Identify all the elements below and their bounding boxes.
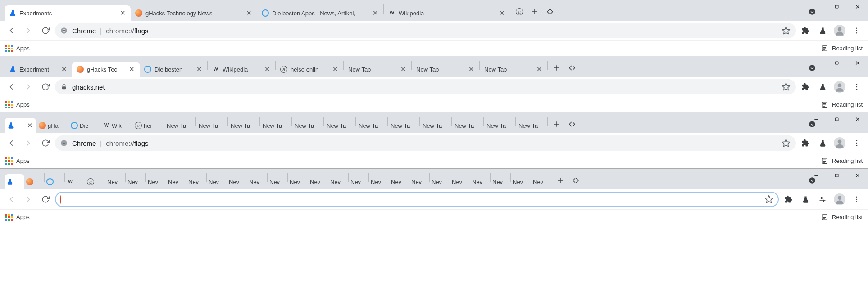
browser-tab[interactable]: Nev: [268, 174, 287, 189]
reading-list-button[interactable]: Reading list: [821, 101, 863, 108]
browser-tab[interactable]: Nev: [186, 174, 206, 189]
tab-close-button[interactable]: ✕: [264, 66, 271, 73]
browser-tab[interactable]: New Ta: [516, 118, 547, 133]
site-info-icon[interactable]: [60, 196, 61, 203]
window-minimize-button[interactable]: [806, 56, 827, 70]
browser-tab[interactable]: Nev: [389, 174, 409, 189]
browser-tab[interactable]: Nev: [491, 174, 510, 189]
heise-pinned-icon[interactable]: a: [513, 5, 526, 18]
window-maximize-button[interactable]: [827, 112, 847, 126]
tab-search-button[interactable]: [544, 5, 556, 18]
tab-close-button[interactable]: ✕: [468, 66, 475, 73]
browser-tab[interactable]: Nev: [105, 174, 125, 189]
browser-tab[interactable]: Nev: [126, 174, 145, 189]
browser-tab[interactable]: gHacks Tec✕: [72, 62, 140, 77]
reload-button[interactable]: [38, 135, 53, 151]
browser-tab[interactable]: New Ta: [388, 118, 419, 133]
browser-tab[interactable]: Nev: [369, 174, 389, 189]
browser-tab[interactable]: New Ta: [452, 118, 483, 133]
address-bar[interactable]: [55, 192, 779, 207]
extensions-button[interactable]: [798, 135, 813, 151]
browser-tab[interactable]: Nev: [247, 174, 267, 189]
browser-tab[interactable]: Die: [68, 118, 100, 133]
site-info-icon[interactable]: [60, 27, 68, 34]
browser-tab[interactable]: New Ta: [228, 118, 259, 133]
back-button[interactable]: [4, 79, 19, 94]
labs-button[interactable]: [815, 23, 830, 38]
browser-tab[interactable]: New Ta: [260, 118, 291, 133]
browser-tab[interactable]: [45, 174, 64, 189]
browser-tab[interactable]: New Ta: [324, 118, 355, 133]
browser-tab[interactable]: New Tab✕: [480, 62, 547, 77]
browser-tab[interactable]: Experiment✕: [5, 62, 72, 77]
site-info-icon[interactable]: [60, 83, 68, 90]
browser-tab[interactable]: Nev: [288, 174, 308, 189]
tab-close-button[interactable]: ✕: [372, 9, 379, 17]
browser-tab[interactable]: New Ta: [356, 118, 387, 133]
tab-search-button[interactable]: [566, 62, 578, 74]
apps-shortcut[interactable]: Apps: [5, 45, 30, 52]
bookmark-star-icon[interactable]: [782, 82, 791, 91]
browser-tab[interactable]: WWikipedia✕: [208, 62, 275, 77]
bookmark-star-icon[interactable]: [782, 139, 791, 148]
browser-tab[interactable]: gHacks Technology News✕: [131, 5, 257, 21]
browser-tab[interactable]: New Ta: [196, 118, 227, 133]
apps-shortcut[interactable]: Apps: [5, 158, 30, 165]
browser-tab[interactable]: New Ta: [420, 118, 451, 133]
browser-tab[interactable]: WWik: [100, 118, 132, 133]
profile-button[interactable]: [832, 135, 847, 151]
new-tab-button[interactable]: [554, 174, 567, 187]
tab-close-button[interactable]: ✕: [245, 9, 252, 17]
window-minimize-button[interactable]: [806, 169, 827, 182]
browser-tab[interactable]: New Ta: [292, 118, 323, 133]
extensions-button[interactable]: [781, 192, 796, 207]
browser-tab[interactable]: gHa: [36, 118, 68, 133]
back-button[interactable]: [4, 135, 19, 151]
browser-tab[interactable]: Nev: [511, 174, 531, 189]
tab-close-button[interactable]: ✕: [498, 9, 505, 17]
browser-tab[interactable]: ✕: [5, 118, 36, 133]
tab-close-button[interactable]: ✕: [332, 66, 339, 73]
browser-tab[interactable]: [24, 174, 44, 189]
browser-tab[interactable]: Nev: [349, 174, 368, 189]
profile-button[interactable]: [832, 192, 847, 207]
browser-tab[interactable]: Nev: [328, 174, 348, 189]
reload-button[interactable]: [38, 23, 53, 38]
bookmark-star-icon[interactable]: [764, 195, 773, 204]
window-close-button[interactable]: [847, 112, 868, 126]
browser-tab[interactable]: New Tab✕: [412, 62, 479, 77]
window-minimize-button[interactable]: [806, 112, 827, 126]
profile-button[interactable]: [832, 79, 847, 94]
new-tab-button[interactable]: [528, 5, 541, 18]
new-tab-button[interactable]: [550, 62, 563, 74]
address-bar[interactable]: Chrome|chrome://flags: [55, 135, 796, 151]
tab-close-button[interactable]: ✕: [195, 66, 203, 73]
window-minimize-button[interactable]: [806, 0, 827, 14]
tab-search-button[interactable]: [566, 118, 578, 130]
reload-button[interactable]: [38, 192, 53, 207]
window-close-button[interactable]: [847, 169, 868, 182]
browser-tab[interactable]: Experiments✕: [5, 5, 131, 21]
window-close-button[interactable]: [847, 56, 868, 70]
bookmark-star-icon[interactable]: [782, 26, 791, 35]
labs-button[interactable]: [815, 79, 830, 94]
reload-button[interactable]: [38, 79, 53, 94]
tab-close-button[interactable]: ✕: [128, 66, 135, 73]
labs-button[interactable]: [798, 192, 813, 207]
browser-tab[interactable]: Nev: [227, 174, 247, 189]
browser-tab[interactable]: W: [65, 174, 85, 189]
menu-button[interactable]: [849, 79, 864, 94]
tab-close-button[interactable]: ✕: [119, 9, 126, 17]
apps-shortcut[interactable]: Apps: [5, 214, 30, 221]
browser-tab[interactable]: Nev: [146, 174, 166, 189]
labs-button[interactable]: [815, 135, 830, 151]
menu-button[interactable]: [849, 23, 864, 38]
reading-list-button[interactable]: Reading list: [821, 157, 863, 165]
tab-search-button[interactable]: [569, 174, 582, 187]
tune-button[interactable]: [815, 192, 830, 207]
apps-shortcut[interactable]: Apps: [5, 101, 30, 108]
window-maximize-button[interactable]: [827, 56, 847, 70]
browser-tab[interactable]: New Tab✕: [344, 62, 411, 77]
browser-tab[interactable]: Nev: [430, 174, 450, 189]
browser-tab[interactable]: ahei: [132, 118, 164, 133]
